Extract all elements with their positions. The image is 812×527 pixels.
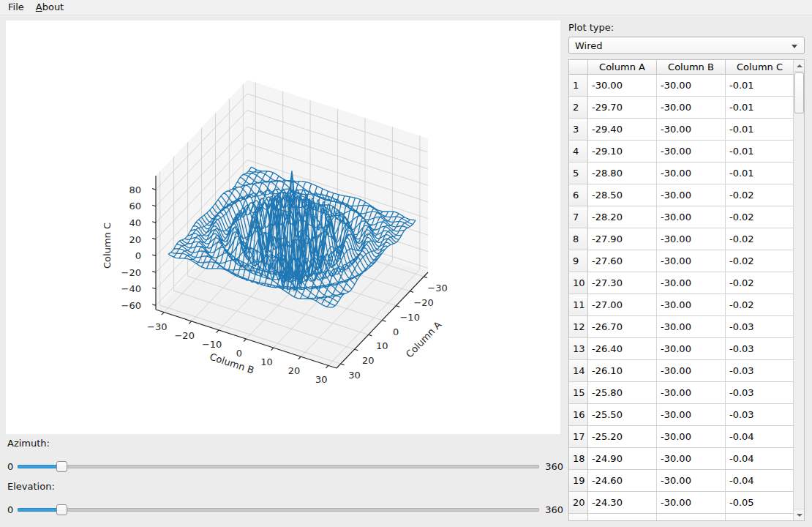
table-row[interactable]: 13-26.40-30.00-0.03	[569, 338, 794, 360]
cell-column-b[interactable]: -30.00	[657, 448, 726, 470]
cell-column-b[interactable]: -30.00	[657, 382, 726, 404]
cell-column-c[interactable]: -0.03	[726, 360, 794, 382]
cell-column-a[interactable]: -24.30	[588, 492, 657, 514]
cell-column-a[interactable]: -30.00	[588, 75, 657, 97]
slider-handle[interactable]	[56, 504, 67, 515]
cell-column-c[interactable]: -0.01	[726, 119, 794, 141]
cell-column-a[interactable]: -25.50	[588, 404, 657, 426]
cell-column-a[interactable]: -26.70	[588, 316, 657, 338]
table-row[interactable]: 19-24.60-30.00-0.04	[569, 470, 794, 492]
cell-column-b[interactable]: -30.00	[657, 162, 726, 184]
cell-column-a[interactable]: -29.70	[588, 97, 657, 119]
scrollbar-thumb[interactable]	[794, 72, 804, 113]
column-header[interactable]: Column B	[657, 60, 726, 75]
cell-column-b[interactable]: -30.00	[657, 360, 726, 382]
cell-column-a[interactable]: -27.00	[588, 294, 657, 316]
table-row[interactable]: 1-30.00-30.00-0.01	[569, 75, 794, 97]
column-header[interactable]: Column C	[726, 60, 794, 75]
cell-column-c[interactable]: -0.04	[726, 470, 794, 492]
table-row[interactable]: 16-25.50-30.00-0.03	[569, 404, 794, 426]
slider-track[interactable]	[18, 465, 539, 468]
table-row[interactable]: 8-27.90-30.00-0.02	[569, 228, 794, 250]
3d-plot[interactable]: −30−20−100102030−30−20−100102030−60−40−2…	[6, 20, 560, 434]
cell-column-b[interactable]: -30.00	[657, 404, 726, 426]
cell-column-a[interactable]: -25.20	[588, 426, 657, 448]
table-row[interactable]: 15-25.80-30.00-0.03	[569, 382, 794, 404]
cell-column-c[interactable]: -0.02	[726, 228, 794, 250]
table-row[interactable]: 6-28.50-30.00-0.02	[569, 184, 794, 206]
cell-column-b[interactable]: -30.00	[657, 492, 726, 514]
cell-column-b[interactable]: -30.00	[657, 141, 726, 162]
cell-column-a[interactable]: -27.60	[588, 250, 657, 272]
cell-column-b[interactable]: -30.00	[657, 316, 726, 338]
cell-column-a[interactable]: -24.90	[588, 448, 657, 470]
plot-panel[interactable]: −30−20−100102030−30−20−100102030−60−40−2…	[6, 20, 560, 434]
cell-column-b[interactable]: -30.00	[657, 250, 726, 272]
table-row[interactable]: 18-24.90-30.00-0.04	[569, 448, 794, 470]
table-row[interactable]: 2-29.70-30.00-0.01	[569, 97, 794, 119]
cell-column-a[interactable]: -24.60	[588, 470, 657, 492]
menu-item-file[interactable]: File	[2, 0, 30, 15]
scroll-down-button[interactable]	[794, 509, 805, 520]
cell-column-a[interactable]: -29.10	[588, 141, 657, 162]
cell-column-c[interactable]: -0.04	[726, 448, 794, 470]
cell-column-b[interactable]: -30.00	[657, 184, 726, 206]
cell-column-c[interactable]: -0.03	[726, 382, 794, 404]
cell-column-b[interactable]: -30.00	[657, 426, 726, 448]
column-header[interactable]: Column A	[588, 60, 657, 75]
table-row[interactable]: 12-26.70-30.00-0.03	[569, 316, 794, 338]
cell-column-b[interactable]: -30.00	[657, 97, 726, 119]
cell-column-b[interactable]: -30.00	[657, 338, 726, 360]
cell-column-a[interactable]: -25.80	[588, 382, 657, 404]
cell-column-c[interactable]: -0.01	[726, 141, 794, 162]
table-row[interactable]: 10-27.30-30.00-0.02	[569, 272, 794, 294]
table-row[interactable]: 17-25.20-30.00-0.04	[569, 426, 794, 448]
cell-column-a[interactable]: -27.30	[588, 272, 657, 294]
cell-column-c[interactable]: -0.02	[726, 272, 794, 294]
svg-text:40: 40	[129, 217, 141, 228]
cell-column-a[interactable]: -26.10	[588, 360, 657, 382]
cell-column-c[interactable]: -0.01	[726, 162, 794, 184]
cell-column-c[interactable]: -0.03	[726, 404, 794, 426]
cell-column-a[interactable]: -28.50	[588, 184, 657, 206]
cell-column-c[interactable]: -0.03	[726, 338, 794, 360]
cell-column-a[interactable]: -29.40	[588, 119, 657, 141]
slider-track[interactable]	[18, 508, 539, 512]
cell-column-c[interactable]: -0.03	[726, 316, 794, 338]
table-row[interactable]: 4-29.10-30.00-0.01	[569, 141, 794, 162]
cell-column-b[interactable]: -30.00	[657, 119, 726, 141]
table-row[interactable]: 11-27.00-30.00-0.02	[569, 294, 794, 316]
table-row[interactable]: 20-24.30-30.00-0.05	[569, 492, 794, 514]
table-row[interactable]: 7-28.20-30.00-0.02	[569, 206, 794, 228]
menu-item-about[interactable]: About	[30, 0, 69, 15]
cell-column-c[interactable]: -0.02	[726, 294, 794, 316]
cell-column-a[interactable]: -28.80	[588, 162, 657, 184]
plot-type-select[interactable]: Wired	[568, 37, 805, 54]
cell-column-c[interactable]: -0.05	[726, 492, 794, 514]
cell-column-a[interactable]: -28.20	[588, 206, 657, 228]
table-row[interactable]: 9-27.60-30.00-0.02	[569, 250, 794, 272]
cell-column-c[interactable]: -0.02	[726, 206, 794, 228]
cell-column-b[interactable]: -30.00	[657, 206, 726, 228]
cell-column-b[interactable]: -30.00	[657, 294, 726, 316]
cell-column-c[interactable]: -0.04	[726, 426, 794, 448]
cell-column-b[interactable]: -30.00	[657, 272, 726, 294]
cell-column-b[interactable]: -30.00	[657, 228, 726, 250]
cell-column-c[interactable]: -0.01	[726, 75, 794, 97]
table-row[interactable]: 3-29.40-30.00-0.01	[569, 119, 794, 141]
cell-column-b[interactable]: -30.00	[657, 75, 726, 97]
cell-column-c[interactable]: -0.02	[726, 250, 794, 272]
table-row[interactable]: 5-28.80-30.00-0.01	[569, 162, 794, 184]
cell-column-c[interactable]: -0.01	[726, 97, 794, 119]
cell-column-a[interactable]: -26.40	[588, 338, 657, 360]
vertical-scrollbar[interactable]	[793, 60, 804, 520]
scroll-up-button[interactable]	[794, 60, 805, 72]
row-number: 7	[569, 206, 588, 228]
svg-text:−40: −40	[121, 283, 141, 294]
cell-column-b[interactable]: -30.00	[657, 470, 726, 492]
cell-column-c[interactable]: -0.02	[726, 184, 794, 206]
slider-handle[interactable]	[56, 461, 67, 472]
table-row-partial[interactable]	[569, 514, 794, 521]
table-row[interactable]: 14-26.10-30.00-0.03	[569, 360, 794, 382]
cell-column-a[interactable]: -27.90	[588, 228, 657, 250]
